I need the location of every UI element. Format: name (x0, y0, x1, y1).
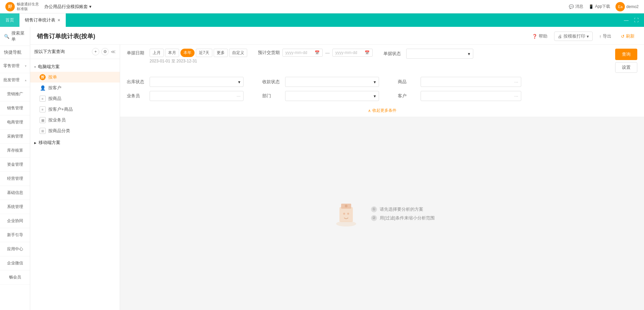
sidebar-item-wechat[interactable]: 企业微信 (0, 256, 30, 270)
add-scheme-button[interactable]: + (92, 48, 99, 55)
date-quick-buttons: 上月 本月 本年 近7天 更多 自定义 (150, 49, 247, 57)
sidebar-item-inventory[interactable]: 库存核算 (0, 144, 30, 158)
more-icon: ··· (236, 93, 240, 99)
page-title: 销售订单统计表(按单) (37, 32, 95, 40)
app-sidebar: 🔍 搜索菜单 快捷导航 零售管理 ▾ 批发管理 ▴ 营销推广 销售管理 电商管理… (0, 27, 30, 310)
sidebar-item-operation[interactable]: 经营管理 (0, 172, 30, 186)
avatar: Ea (615, 2, 625, 11)
sidebar-item-guide[interactable]: 新手引导 (0, 228, 30, 242)
delivery-date-end[interactable]: yyyy-mm-dd 📅 (332, 49, 373, 57)
settings-scheme-button[interactable]: ⚙ (101, 48, 109, 55)
scheme-item-by-customer[interactable]: 👤 按客户 (30, 83, 120, 93)
main-layout: 🔍 搜索菜单 快捷导航 零售管理 ▾ 批发管理 ▴ 营销推广 销售管理 电商管理… (0, 27, 644, 310)
scheme-icon-by-order: 按 (40, 74, 46, 80)
scheme-item-by-order[interactable]: 按 按单 (30, 72, 120, 83)
empty-tips: ① 请先选择要分析的方案 ② 用[过滤]条件来缩小分析范围 (371, 206, 434, 221)
plus-icon: + (94, 49, 97, 54)
custom-date-button[interactable]: 自定义 (229, 49, 247, 57)
query-button[interactable]: 查询 (615, 49, 637, 60)
export-button[interactable]: ↑ 导出 (597, 32, 614, 41)
sidebar-item-marketing[interactable]: 营销推广 (0, 87, 30, 101)
user-menu[interactable]: Ea demo2 (615, 2, 639, 11)
quick-nav-item[interactable]: 快捷导航 (0, 46, 30, 59)
message-button[interactable]: 💬 消息 (569, 4, 583, 9)
filter-row-1: 单据日期 上月 本月 本年 近7天 更多 自定义 (127, 49, 637, 73)
salesperson-group: 业务员 ··· (127, 91, 244, 101)
refresh-icon: ↺ (621, 34, 625, 39)
ship-status-group: 出库状态 ▾ (127, 77, 244, 87)
sidebar-item-basic[interactable]: 基础信息 (0, 186, 30, 200)
svg-rect-1 (339, 207, 353, 222)
sidebar-item-retail[interactable]: 零售管理 ▾ (0, 59, 30, 73)
scheme-actions: + ⚙ ≪ (92, 48, 116, 55)
sidebar-item-finance[interactable]: 资金管理 (0, 158, 30, 172)
filter-row-3: 业务员 ··· 部门 ▾ (127, 91, 637, 101)
tab-sales-order-stat[interactable]: 销售订单统计表 ✕ (19, 13, 66, 27)
print-button[interactable]: 🖨 按模板打印 ▾ (554, 32, 593, 41)
scheme-icon-by-salesperson: ▦ (40, 117, 46, 123)
sidebar-item-system[interactable]: 系统管理 (0, 200, 30, 214)
sidebar-item-ecommerce[interactable]: 电商管理 (0, 115, 30, 130)
chevron-down-icon: ▾ (587, 34, 589, 39)
search-menu-item[interactable]: 🔍 搜索菜单 (0, 27, 30, 46)
expected-delivery-group: 预计交货期 yyyy-mm-dd 📅 — yyyy-mm-dd 📅 (258, 49, 373, 57)
empty-state: ① 请先选择要分析的方案 ② 用[过滤]条件来缩小分析范围 (329, 197, 434, 230)
scheme-group-pc: ▾ 电脑端方案 按 按单 👤 按客户 (30, 62, 120, 136)
top-bar-left: 好 畅捷通好生意 标准版 办公用品行业模拟账套 ▾ (5, 2, 94, 11)
this-month-button[interactable]: 本月 (165, 49, 179, 57)
last-month-button[interactable]: 上月 (150, 49, 164, 57)
sidebar-item-vip[interactable]: 畅会员 (0, 270, 30, 285)
last-7-days-button[interactable]: 近7天 (196, 49, 212, 57)
scheme-item-by-category[interactable]: ⊞ 按商品分类 (30, 125, 120, 136)
collapse-panel-button[interactable]: ≪ (111, 49, 116, 54)
dept-select[interactable]: ▾ (285, 91, 379, 101)
sidebar-item-sales[interactable]: 销售管理 (0, 101, 30, 115)
top-bar: 好 畅捷通好生意 标准版 办公用品行业模拟账套 ▾ 💬 消息 📱 App下载 E… (0, 0, 644, 13)
date-filter-top: 单据日期 上月 本月 本年 近7天 更多 自定义 (127, 49, 247, 57)
minimize-icon[interactable]: — (623, 16, 630, 24)
setting-button[interactable]: 设置 (615, 62, 637, 73)
sidebar-item-enterprise[interactable]: 企业协同 (0, 214, 30, 228)
scheme-icon-by-product: ≡ (40, 96, 46, 102)
scheme-item-by-cust-prod[interactable]: ≡ 按客户+商品 (30, 104, 120, 115)
maximize-icon[interactable]: ⛶ (633, 16, 640, 24)
scheme-list: ▾ 电脑端方案 按 按单 👤 按客户 (30, 59, 120, 152)
app-download-button[interactable]: 📱 App下载 (589, 4, 610, 9)
order-status-select[interactable]: ▾ (406, 49, 473, 59)
more-icon: ··· (514, 79, 518, 85)
scheme-item-by-product[interactable]: ≡ 按商品 (30, 93, 120, 104)
scheme-group-pc-header[interactable]: ▾ 电脑端方案 (30, 62, 120, 72)
payment-status-group: 收款状态 ▾ (262, 77, 379, 87)
scheme-icon-by-category: ⊞ (40, 128, 46, 134)
scheme-group-label: 移动端方案 (39, 140, 60, 146)
scheme-item-by-salesperson[interactable]: ▦ 按业务员 (30, 115, 120, 125)
sidebar-item-wholesale[interactable]: 批发管理 ▴ (0, 73, 30, 87)
salesperson-input[interactable]: ··· (150, 91, 244, 101)
delivery-date-start[interactable]: yyyy-mm-dd 📅 (282, 49, 323, 57)
nav-tabs-right: — ⛶ (623, 16, 644, 24)
close-tab-icon[interactable]: ✕ (57, 18, 60, 22)
more-date-button[interactable]: 更多 (214, 49, 228, 57)
tab-home[interactable]: 首页 (0, 13, 19, 27)
this-year-button[interactable]: 本年 (180, 49, 195, 57)
refresh-button[interactable]: ↺ 刷新 (618, 32, 637, 41)
collapse-filters-button[interactable]: ∧ 收起更多条件 (127, 105, 637, 117)
sidebar-item-appstore[interactable]: 应用中心 (0, 242, 30, 256)
gear-icon: ⚙ (103, 49, 107, 54)
ship-status-select[interactable]: ▾ (150, 77, 244, 87)
order-status-group: 单据状态 ▾ (383, 49, 473, 59)
scheme-group-mobile-header[interactable]: ▸ 移动端方案 (30, 138, 120, 148)
expand-icon: ▾ (25, 64, 26, 68)
page-header: 销售订单统计表(按单) ❓ 帮助 🖨 按模板打印 ▾ ↑ 导出 ↺ 刷新 (30, 27, 644, 45)
customer-input[interactable]: ··· (421, 91, 521, 101)
payment-status-select[interactable]: ▾ (285, 77, 379, 87)
workspace-selector[interactable]: 办公用品行业模拟账套 ▾ (42, 2, 94, 11)
calendar-icon: 📅 (365, 50, 370, 55)
collapse-icon: ∧ (368, 108, 371, 113)
left-panel-header: 按以下方案查询 + ⚙ ≪ (30, 45, 120, 59)
product-input[interactable]: ··· (421, 77, 521, 87)
dept-group: 部门 ▾ (262, 91, 379, 101)
sidebar-item-purchase[interactable]: 采购管理 (0, 130, 30, 144)
help-button[interactable]: ❓ 帮助 (529, 32, 550, 41)
page-actions: ❓ 帮助 🖨 按模板打印 ▾ ↑ 导出 ↺ 刷新 (529, 32, 638, 41)
